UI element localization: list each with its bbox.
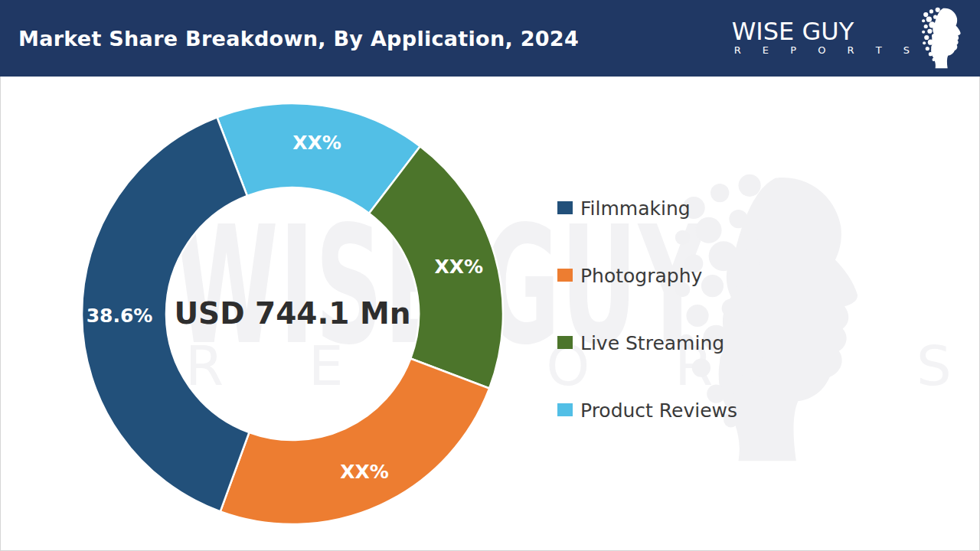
- logo-wordmark-line2: R E P O R T S: [732, 45, 919, 56]
- legend-item-photography: Photography: [557, 265, 737, 288]
- chart-legend: FilmmakingPhotographyLive StreamingProdu…: [557, 197, 737, 422]
- donut-segment-photography: [220, 358, 489, 524]
- legend-label-product-reviews: Product Reviews: [580, 399, 737, 422]
- legend-swatch-product-reviews: [557, 403, 573, 416]
- wiseguy-logo: WISE GUY R E P O R T S: [732, 5, 968, 70]
- page-title: Market Share Breakdown, By Application, …: [18, 27, 579, 51]
- legend-item-live-streaming: Live Streaming: [557, 332, 737, 355]
- header-bar: Market Share Breakdown, By Application, …: [0, 0, 980, 77]
- legend-item-product-reviews: Product Reviews: [557, 399, 737, 422]
- logo-wordmark-line1: WISE GUY: [732, 19, 854, 45]
- chart-center-value: USD 744.1 Mn: [174, 296, 410, 331]
- legend-swatch-photography: [557, 269, 573, 282]
- legend-swatch-filmmaking: [557, 201, 573, 214]
- legend-label-live-streaming: Live Streaming: [580, 332, 724, 355]
- legend-swatch-live-streaming: [557, 336, 573, 349]
- segment-value-label-photography: XX%: [340, 461, 389, 483]
- chart-canvas: WISE GUY R E P O R T S XX%XX%XX%38.6% US…: [0, 77, 980, 551]
- legend-label-photography: Photography: [580, 265, 702, 288]
- infographic-page: Market Share Breakdown, By Application, …: [0, 0, 980, 551]
- legend-item-filmmaking: Filmmaking: [557, 197, 737, 220]
- segment-value-label-live-streaming: XX%: [434, 256, 483, 278]
- segment-value-label-filmmaking: 38.6%: [87, 305, 153, 327]
- wiseguy-head-icon: [920, 5, 968, 70]
- legend-label-filmmaking: Filmmaking: [580, 197, 691, 220]
- segment-value-label-product-reviews: XX%: [292, 132, 341, 154]
- logo-wordmark: WISE GUY R E P O R T S: [732, 19, 919, 56]
